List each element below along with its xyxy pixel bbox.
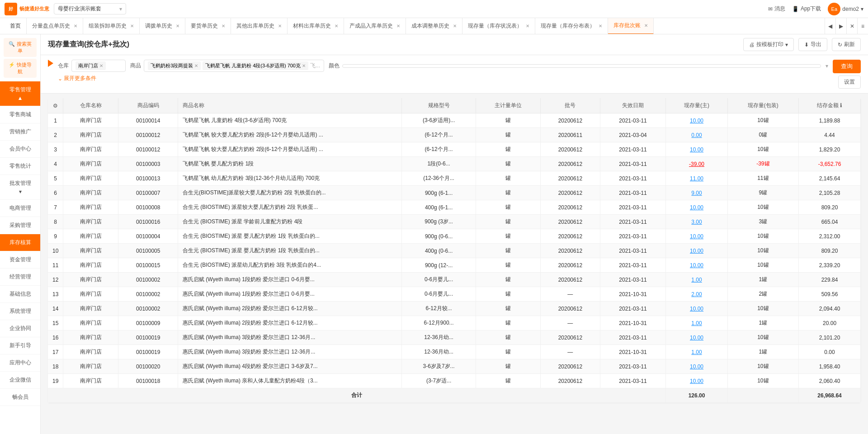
sidebar-item-finance[interactable]: 资金管理 xyxy=(0,251,40,269)
row-stock-main[interactable]: 10.00 xyxy=(666,302,727,316)
color-tag-group[interactable] xyxy=(342,64,821,68)
warehouse-tag-group[interactable]: 南岸门店 ✕ xyxy=(71,60,126,72)
sidebar-item-inventory[interactable]: 库存核算 xyxy=(0,234,40,251)
row-stock-main[interactable]: 1.00 xyxy=(666,316,727,330)
row-stock-main[interactable]: 9.00 xyxy=(666,186,727,200)
sidebar-item-marketing[interactable]: 营销推广 xyxy=(0,123,40,141)
row-stock-main[interactable]: 3.00 xyxy=(666,215,727,229)
row-stock-main[interactable]: 10.00 xyxy=(666,113,727,128)
row-stock-main[interactable]: 11.00 xyxy=(666,171,727,186)
row-no: 6 xyxy=(48,186,63,200)
sidebar-item-retail-stat[interactable]: 零售统计 xyxy=(0,158,40,175)
export-btn[interactable]: ⬇ 导出 xyxy=(798,38,827,51)
tab-close-icon[interactable]: ✕ xyxy=(74,24,77,28)
search-menu-btn[interactable]: 🔍 搜索英单 xyxy=(4,38,37,57)
row-stock-main[interactable]: 1.00 xyxy=(666,273,727,287)
tab-stock-dist[interactable]: 现存量（库存分布表） ✕ xyxy=(535,18,608,34)
message-btn[interactable]: ✉ 消息 xyxy=(768,5,785,13)
sidebar-item-purchase[interactable]: 采购管理 xyxy=(0,217,40,234)
nav-prev-btn[interactable]: ◀ xyxy=(825,18,835,34)
row-stock-main[interactable]: 10.00 xyxy=(666,229,727,244)
tab-home[interactable]: 首页 xyxy=(5,18,27,34)
tab-close-icon[interactable]: ✕ xyxy=(599,24,602,28)
row-unit: 罐 xyxy=(476,287,540,302)
row-stock-main[interactable]: 10.00 xyxy=(666,200,727,215)
row-code: 00100003 xyxy=(118,157,178,171)
tab-close-icon[interactable]: ✕ xyxy=(278,24,282,28)
sidebar-item-retail-mgmt[interactable]: 零售管理 ▲ xyxy=(0,81,40,106)
row-batch: 20200611 xyxy=(541,128,600,142)
avatar: Ea xyxy=(828,3,840,15)
sidebar-item-membership[interactable]: 畅会员 xyxy=(0,389,40,406)
settings-btn[interactable]: 设置 xyxy=(838,75,861,89)
nav-more-btn[interactable]: ≡ xyxy=(857,18,868,34)
sidebar-item-guide[interactable]: 新手引导 xyxy=(0,337,40,354)
goods-tag-2-remove[interactable]: ✕ xyxy=(302,63,306,68)
nav-label: 快捷导航 xyxy=(17,62,32,74)
sidebar-item-app-center[interactable]: 应用中心 xyxy=(0,354,40,372)
tab-close-icon[interactable]: ✕ xyxy=(335,24,338,28)
tab-yao-huo[interactable]: 要货单历史 ✕ xyxy=(185,18,231,34)
settings-icon[interactable]: ⚙ xyxy=(53,103,58,109)
goods-tag-text-2: 飞鹤星飞帆 儿童奶粉 4段(3-6岁适用) 700克 xyxy=(205,62,301,69)
row-stock-main[interactable]: 2.00 xyxy=(666,287,727,302)
sidebar-item-operations[interactable]: 经营管理 xyxy=(0,269,40,286)
row-name: 合生元 (BIOSTIME) 派星 学龄前儿童配方奶粉 4段 xyxy=(178,215,402,229)
tab-batch-account[interactable]: 库存批次账 ✕ xyxy=(608,18,654,34)
tab-close-icon[interactable]: ✕ xyxy=(526,24,529,28)
tab-close-icon[interactable]: ✕ xyxy=(176,24,179,28)
row-code: 00100016 xyxy=(118,215,178,229)
row-stock-main[interactable]: -39.00 xyxy=(666,157,727,171)
tab-close-icon[interactable]: ✕ xyxy=(222,24,225,28)
row-stock-main[interactable]: 10.00 xyxy=(666,330,727,345)
org-selector[interactable]: 母婴行业演示账套 ▾ xyxy=(54,3,126,14)
tab-diao-bo[interactable]: 调拨单历史 ✕ xyxy=(140,18,185,34)
print-btn[interactable]: 🖨 按模板打印 ▾ xyxy=(743,38,794,51)
sidebar-item-wholesale[interactable]: 批发管理 ▾ xyxy=(0,175,40,200)
filter-toggle-btn[interactable] xyxy=(48,60,53,67)
color-dropdown-icon[interactable]: ▾ xyxy=(826,63,828,69)
tab-other-out[interactable]: 其他出库单历史 ✕ xyxy=(231,18,288,34)
tab-zu-zhuang[interactable]: 组装拆卸单历史 ✕ xyxy=(83,18,140,34)
row-stock-main[interactable]: 10.00 xyxy=(666,142,727,157)
row-stock-pkg: 0罐 xyxy=(727,128,798,142)
tab-close-icon[interactable]: ✕ xyxy=(130,24,134,28)
tab-cost-adj[interactable]: 成本调整单历史 ✕ xyxy=(406,18,462,34)
query-btn[interactable]: 查询 xyxy=(833,60,861,73)
row-stock-main[interactable]: 10.00 xyxy=(666,258,727,273)
goods-label: 商品 xyxy=(130,62,141,70)
goods-tag-group[interactable]: 飞鹤奶粉3段两提装 ✕ 飞鹤星飞帆 儿童奶粉 4段(3-6岁适用) 700克 ✕… xyxy=(144,60,324,72)
tab-close-icon[interactable]: ✕ xyxy=(453,24,457,28)
tab-stock-status[interactable]: 现存量（库存状况表） ✕ xyxy=(462,18,535,34)
sidebar-item-member[interactable]: 会员中心 xyxy=(0,141,40,158)
sidebar-item-system[interactable]: 系统管理 xyxy=(0,303,40,320)
row-amount: 2,094.40 xyxy=(799,302,861,316)
row-code: 00100014 xyxy=(118,113,178,128)
goods-tag-1-remove[interactable]: ✕ xyxy=(194,63,198,68)
tab-fen-liang[interactable]: 分量盘点单历史 ✕ xyxy=(27,18,83,34)
row-stock-main[interactable]: 1.00 xyxy=(666,345,727,359)
row-stock-main[interactable]: 10.00 xyxy=(666,374,727,388)
tab-label: 现存量（库存状况表） xyxy=(468,22,522,30)
tab-close-icon[interactable]: ✕ xyxy=(644,23,648,28)
sidebar-item-basic-info[interactable]: 基础信息 xyxy=(0,286,40,303)
user-menu[interactable]: Ea demo2 ▾ xyxy=(828,3,863,15)
row-stock-main[interactable]: 10.00 xyxy=(666,359,727,374)
tab-close-icon[interactable]: ✕ xyxy=(396,24,400,28)
expand-conditions-btn[interactable]: ⌄ 展开更多条件 xyxy=(58,75,828,82)
sidebar-item-ecom[interactable]: 电商管理 xyxy=(0,200,40,217)
row-stock-main[interactable]: 0.00 xyxy=(666,128,727,142)
warehouse-tag-remove[interactable]: ✕ xyxy=(99,63,103,68)
sidebar-item-enterprise[interactable]: 企业协同 xyxy=(0,320,40,337)
row-stock-main[interactable]: 10.00 xyxy=(666,244,727,258)
tab-product-in[interactable]: 产成品入库单历史 ✕ xyxy=(344,18,406,34)
refresh-btn[interactable]: ↻ 刷新 xyxy=(832,38,861,51)
app-download-btn[interactable]: 📱 App下载 xyxy=(792,5,821,13)
nav-next-btn[interactable]: ▶ xyxy=(835,18,846,34)
sidebar-item-wechat-work[interactable]: 企业微信 xyxy=(0,372,40,389)
nav-close-btn[interactable]: ✕ xyxy=(846,18,857,34)
tab-material-out[interactable]: 材料出库单历史 ✕ xyxy=(288,18,344,34)
col-settings[interactable]: ⚙ xyxy=(48,98,63,113)
shortcut-nav-btn[interactable]: ⚡ 快捷导航 xyxy=(4,59,37,78)
sidebar-item-retail-shop[interactable]: 零售商城 xyxy=(0,106,40,123)
